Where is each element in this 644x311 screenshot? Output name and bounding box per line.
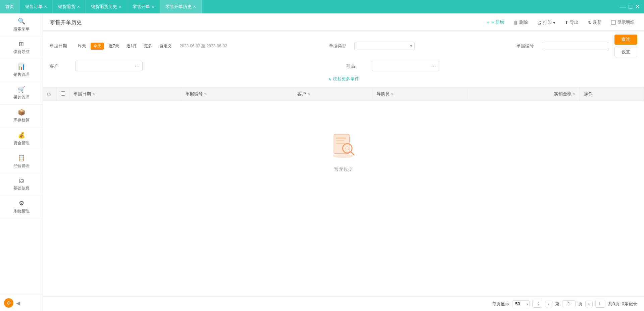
- sidebar-settings-button[interactable]: ⚙: [4, 298, 13, 308]
- quick-nav-icon: ⊞: [19, 40, 24, 48]
- sort-date-icon[interactable]: ⇅: [92, 92, 95, 96]
- th-checkbox[interactable]: [56, 88, 69, 101]
- business-mgmt-icon: 📋: [18, 154, 25, 162]
- table-container: ⚙ 单据日期 ⇅ 单据编号: [43, 88, 644, 296]
- empty-state-text: 暂无数据: [334, 166, 353, 172]
- sidebar-item-inventory[interactable]: 📦 库存核算: [0, 105, 43, 127]
- sidebar-item-finance-mgmt[interactable]: 💰 资金管理: [0, 127, 43, 150]
- sort-amount-icon[interactable]: ⇅: [573, 92, 576, 96]
- sort-number-icon[interactable]: ⇅: [204, 92, 207, 96]
- empty-state-row: 暂无数据: [43, 101, 644, 200]
- total-info: 共0页, 0条记录: [608, 301, 637, 307]
- th-number[interactable]: 单据编号 ⇅: [181, 88, 293, 101]
- per-page-select[interactable]: 10 20 50 100: [512, 300, 530, 307]
- settings-filter-button[interactable]: 设置: [614, 47, 637, 57]
- th-salesperson[interactable]: 导购员 ⇅: [372, 88, 468, 101]
- tab-retail-open-history-label: 零售开单历史: [165, 4, 192, 10]
- page-header: 零售开单历史 ＋ + 新增 🗑 删除 🖨 打印 ▾ ⬆ 导出: [43, 13, 644, 31]
- custom-btn[interactable]: 自定义: [157, 43, 174, 50]
- sort-salesperson-icon[interactable]: ⇅: [391, 92, 394, 96]
- customer-filter-label: 客户: [50, 63, 70, 69]
- tab-sales-return-history[interactable]: 销货退货历史 ✕: [86, 0, 127, 13]
- th-customer[interactable]: 客户 ⇅: [293, 88, 372, 101]
- sidebar-item-sales-mgmt[interactable]: 📊 销售管理: [0, 59, 43, 82]
- last-month-btn[interactable]: 近1月: [124, 43, 140, 50]
- product-ellipsis-icon[interactable]: ···: [431, 62, 436, 69]
- close-sales-return-history-icon[interactable]: ✕: [118, 5, 121, 9]
- number-input[interactable]: [542, 42, 609, 50]
- display-detail-toggle[interactable]: 显示明细: [608, 18, 637, 27]
- th-date[interactable]: 单据日期 ⇅: [69, 88, 181, 101]
- sort-customer-icon[interactable]: ⇅: [307, 92, 310, 96]
- refresh-button[interactable]: ↻ 刷新: [585, 18, 604, 27]
- sidebar-item-quick-nav[interactable]: ⊞ 快捷导航: [0, 36, 43, 59]
- empty-state: 暂无数据: [43, 101, 644, 199]
- content-area: 零售开单历史 ＋ + 新增 🗑 删除 🖨 打印 ▾ ⬆ 导出: [43, 13, 644, 311]
- th-customer-label: 客户: [297, 91, 306, 97]
- sidebar-collapse-button[interactable]: ◀: [16, 300, 20, 306]
- tab-sales-return[interactable]: 销货退货 ✕: [53, 0, 86, 13]
- window-minimize-btn[interactable]: —: [620, 3, 626, 10]
- th-settings[interactable]: ⚙: [43, 88, 56, 101]
- th-salesperson-label: 导购员: [377, 91, 390, 97]
- svg-rect-4: [336, 143, 345, 144]
- tab-sales-order[interactable]: 销售订单 ✕: [20, 0, 53, 13]
- tab-retail-open-history[interactable]: 零售开单历史 ✕: [160, 0, 202, 13]
- customer-input[interactable]: [78, 63, 135, 68]
- page-title: 零售开单历史: [50, 19, 82, 26]
- export-icon: ⬆: [565, 20, 568, 25]
- per-page-label: 每页显示: [492, 301, 509, 307]
- data-table: ⚙ 单据日期 ⇅ 单据编号: [43, 88, 644, 199]
- first-page-btn[interactable]: 《: [532, 300, 542, 308]
- type-select-wrapper: [354, 42, 415, 50]
- sidebar-item-purchase-mgmt[interactable]: 🛒 采购管理: [0, 82, 43, 105]
- export-button[interactable]: ⬆ 导出: [562, 18, 581, 27]
- sidebar-item-search-purchase[interactable]: 🔍 搜索采单: [0, 13, 43, 36]
- prev-page-btn[interactable]: ‹: [545, 301, 552, 307]
- svg-point-0: [333, 154, 353, 158]
- print-button[interactable]: 🖨 打印 ▾: [535, 18, 558, 27]
- window-controls: — □ ✕: [616, 3, 644, 10]
- print-arrow-icon: ▾: [553, 20, 555, 25]
- page-input[interactable]: [562, 300, 576, 307]
- type-select[interactable]: [354, 42, 415, 50]
- tab-sales-return-label: 销货退货: [58, 4, 76, 10]
- select-all-checkbox[interactable]: [61, 91, 65, 96]
- close-sales-order-icon[interactable]: ✕: [44, 5, 47, 9]
- more-btn[interactable]: 更多: [141, 43, 155, 50]
- sidebar-item-business-mgmt[interactable]: 📋 经营管理: [0, 150, 43, 173]
- today-btn[interactable]: 今天: [91, 43, 104, 50]
- tab-retail-open[interactable]: 零售开单 ✕: [127, 0, 160, 13]
- nav-tabs: 首页 销售订单 ✕ 销货退货 ✕ 销货退货历史 ✕ 零售开单 ✕ 零售开单历史 …: [0, 0, 616, 13]
- window-maximize-btn[interactable]: □: [629, 3, 632, 10]
- query-button[interactable]: 查询: [614, 35, 637, 45]
- th-actions: 操作: [580, 88, 644, 101]
- add-label: + 新增: [492, 19, 504, 25]
- sidebar-item-basic-info[interactable]: 🗂 基础信息: [0, 173, 43, 196]
- sidebar-item-quick-nav-label: 快捷导航: [13, 49, 30, 55]
- delete-button[interactable]: 🗑 删除: [511, 18, 531, 27]
- th-actions-label: 操作: [584, 91, 593, 96]
- close-retail-open-icon[interactable]: ✕: [151, 5, 154, 9]
- window-close-btn[interactable]: ✕: [635, 3, 640, 10]
- yesterday-btn[interactable]: 昨天: [75, 43, 89, 50]
- add-button[interactable]: ＋ + 新增: [483, 18, 507, 27]
- product-input[interactable]: [375, 63, 431, 68]
- date-quick-buttons: 昨天 今天 近7天 近1月 更多 自定义: [75, 43, 174, 50]
- last7-btn[interactable]: 近7天: [106, 43, 122, 50]
- basic-info-icon: 🗂: [18, 177, 24, 184]
- close-sales-return-icon[interactable]: ✕: [77, 5, 80, 9]
- settings-col-icon[interactable]: ⚙: [47, 92, 51, 97]
- sidebar-item-system-mgmt[interactable]: ⚙ 系统管理: [0, 196, 43, 218]
- print-icon: 🖨: [537, 20, 542, 25]
- tab-home[interactable]: 首页: [0, 0, 20, 13]
- collapse-filter-btn[interactable]: ∧ 收起更多条件: [50, 74, 637, 83]
- purchase-mgmt-icon: 🛒: [18, 86, 25, 93]
- close-retail-open-history-icon[interactable]: ✕: [193, 5, 196, 9]
- customer-ellipsis-icon[interactable]: ···: [135, 62, 140, 69]
- display-detail-checkbox[interactable]: [611, 20, 616, 25]
- th-amount[interactable]: 实销金额 ⇅: [468, 88, 580, 101]
- system-mgmt-icon: ⚙: [19, 200, 24, 207]
- next-page-btn[interactable]: ›: [585, 301, 593, 307]
- last-page-btn[interactable]: 》: [595, 300, 605, 308]
